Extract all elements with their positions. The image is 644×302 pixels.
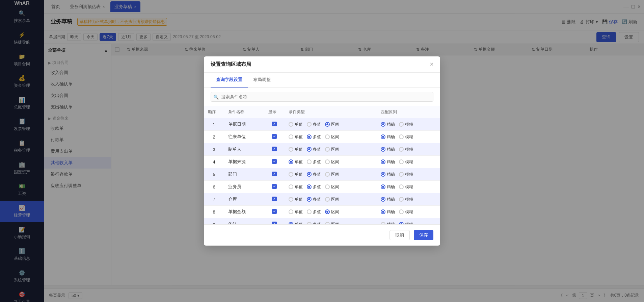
cell-type: 单值多值区间 — [285, 181, 377, 193]
cell-order: 3 — [204, 143, 224, 156]
match-radio-group: 精确模糊 — [381, 122, 436, 127]
show-checkbox[interactable]: ✓ — [272, 122, 277, 126]
radio-type-single[interactable]: 单值 — [289, 172, 303, 177]
cell-match: 精确模糊 — [377, 218, 440, 225]
show-checkbox[interactable]: ✓ — [272, 172, 277, 176]
cell-match: 精确模糊 — [377, 181, 440, 193]
radio-match-fuzzy[interactable]: 模糊 — [399, 159, 413, 165]
radio-type-multi[interactable]: 多值 — [307, 222, 321, 225]
radio-match-fuzzy[interactable]: 模糊 — [399, 134, 413, 140]
radio-match-exact[interactable]: 精确 — [381, 159, 395, 165]
match-radio-group: 精确模糊 — [381, 209, 436, 215]
radio-type-single[interactable]: 单值 — [289, 197, 303, 202]
cell-order: 4 — [204, 156, 224, 168]
type-radio-group: 单值多值区间 — [289, 147, 373, 152]
modal-tab-layout[interactable]: 布局调整 — [248, 73, 276, 87]
radio-type-single[interactable]: 单值 — [289, 147, 303, 152]
radio-match-exact[interactable]: 精确 — [381, 122, 395, 127]
cell-name: 业务员 — [224, 181, 264, 193]
conditions-table: 顺序 条件名称 显示 条件类型 匹配原则 1单据日期✓单值多值区间精确模糊2往来… — [204, 106, 440, 224]
radio-type-single[interactable]: 单值 — [289, 134, 303, 140]
th-order: 顺序 — [204, 106, 224, 118]
modal-header: 设置查询区域布局 × — [204, 56, 440, 73]
table-row: 4单据来源✓单值多值区间精确模糊 — [204, 156, 440, 168]
show-checkbox[interactable]: ✓ — [272, 222, 277, 225]
modal-dialog: 设置查询区域布局 × 查询字段设置 布局调整 🔍 — [204, 56, 440, 246]
cell-order: 5 — [204, 168, 224, 181]
radio-type-multi[interactable]: 多值 — [307, 184, 321, 190]
radio-match-fuzzy[interactable]: 模糊 — [399, 197, 413, 202]
radio-type-range[interactable]: 区间 — [325, 209, 339, 215]
radio-match-fuzzy[interactable]: 模糊 — [399, 147, 413, 152]
match-radio-group: 精确模糊 — [381, 222, 436, 225]
th-match: 匹配原则 — [377, 106, 440, 118]
cell-name: 备注 — [224, 218, 264, 225]
cell-order: 2 — [204, 131, 224, 143]
radio-match-fuzzy[interactable]: 模糊 — [399, 209, 413, 215]
type-radio-group: 单值多值区间 — [289, 197, 373, 202]
radio-match-exact[interactable]: 精确 — [381, 134, 395, 140]
type-radio-group: 单值多值区间 — [289, 184, 373, 190]
radio-type-range[interactable]: 区间 — [325, 122, 339, 127]
radio-type-multi[interactable]: 多值 — [307, 147, 321, 152]
radio-type-single[interactable]: 单值 — [289, 222, 303, 225]
type-radio-group: 单值多值区间 — [289, 134, 373, 140]
radio-type-single[interactable]: 单值 — [289, 209, 303, 215]
show-checkbox[interactable]: ✓ — [272, 184, 277, 189]
radio-match-exact[interactable]: 精确 — [381, 172, 395, 177]
modal-save-button[interactable]: 保存 — [414, 230, 433, 240]
radio-type-multi[interactable]: 多值 — [307, 197, 321, 202]
cell-type: 单值多值区间 — [285, 131, 377, 143]
modal-close-button[interactable]: × — [430, 61, 433, 68]
modal-footer: 取消 保存 — [204, 224, 440, 246]
cell-type: 单值多值区间 — [285, 206, 377, 218]
radio-type-range[interactable]: 区间 — [325, 184, 339, 190]
radio-type-single[interactable]: 单值 — [289, 184, 303, 190]
cell-show: ✓ — [264, 131, 285, 143]
radio-type-single[interactable]: 单值 — [289, 122, 303, 127]
radio-match-fuzzy[interactable]: 模糊 — [399, 222, 413, 225]
radio-type-multi[interactable]: 多值 — [307, 122, 321, 127]
radio-match-exact[interactable]: 精确 — [381, 147, 395, 152]
radio-type-multi[interactable]: 多值 — [307, 134, 321, 140]
modal-tab-fields[interactable]: 查询字段设置 — [211, 73, 248, 87]
radio-match-exact[interactable]: 精确 — [381, 197, 395, 202]
cell-name: 单据日期 — [224, 118, 264, 131]
cell-match: 精确模糊 — [377, 131, 440, 143]
radio-match-fuzzy[interactable]: 模糊 — [399, 122, 413, 127]
show-checkbox[interactable]: ✓ — [272, 197, 277, 201]
radio-type-multi[interactable]: 多值 — [307, 209, 321, 215]
modal-search-input[interactable] — [211, 92, 433, 102]
match-radio-group: 精确模糊 — [381, 159, 436, 165]
radio-match-exact[interactable]: 精确 — [381, 222, 395, 225]
show-checkbox[interactable]: ✓ — [272, 209, 277, 214]
radio-type-range[interactable]: 区间 — [325, 172, 339, 177]
cell-match: 精确模糊 — [377, 168, 440, 181]
radio-type-range[interactable]: 区间 — [325, 197, 339, 202]
cell-name: 往来单位 — [224, 131, 264, 143]
cell-show: ✓ — [264, 206, 285, 218]
radio-type-range[interactable]: 区间 — [325, 159, 339, 165]
radio-match-exact[interactable]: 精确 — [381, 184, 395, 190]
type-radio-group: 单值多值区间 — [289, 222, 373, 225]
th-name: 条件名称 — [224, 106, 264, 118]
radio-type-range[interactable]: 区间 — [325, 147, 339, 152]
cell-show: ✓ — [264, 168, 285, 181]
show-checkbox[interactable]: ✓ — [272, 134, 277, 139]
radio-match-fuzzy[interactable]: 模糊 — [399, 184, 413, 190]
cell-show: ✓ — [264, 143, 285, 156]
radio-match-fuzzy[interactable]: 模糊 — [399, 172, 413, 177]
modal-overlay: 设置查询区域布局 × 查询字段设置 布局调整 🔍 — [0, 0, 644, 302]
radio-type-single[interactable]: 单值 — [289, 159, 303, 165]
search-icon: 🔍 — [213, 94, 219, 99]
cancel-button[interactable]: 取消 — [390, 230, 410, 240]
radio-match-exact[interactable]: 精确 — [381, 209, 395, 215]
radio-type-multi[interactable]: 多值 — [307, 172, 321, 177]
search-wrap: 🔍 — [211, 92, 433, 102]
radio-type-multi[interactable]: 多值 — [307, 159, 321, 165]
show-checkbox[interactable]: ✓ — [272, 147, 277, 151]
cell-order: 7 — [204, 193, 224, 206]
show-checkbox[interactable]: ✓ — [272, 159, 277, 164]
radio-type-range[interactable]: 区间 — [325, 134, 339, 140]
radio-type-range[interactable]: 区间 — [325, 222, 339, 225]
